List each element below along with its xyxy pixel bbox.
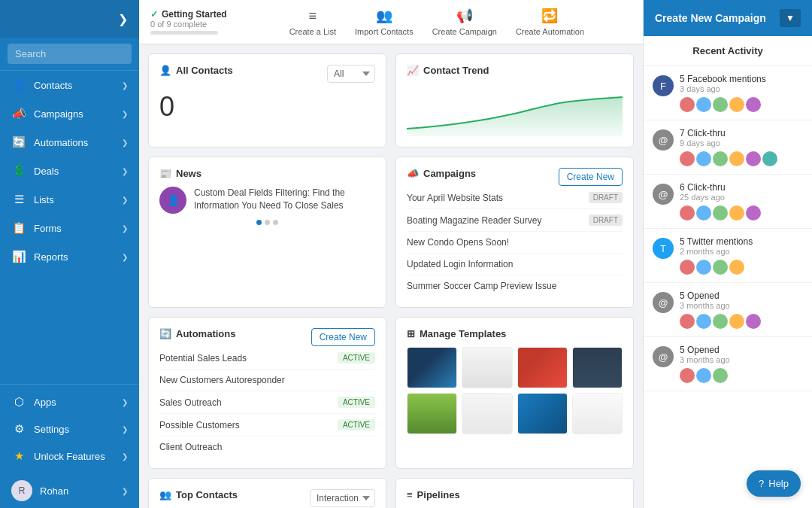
contact-trend-title: 📈 Contact Trend <box>407 65 623 76</box>
template-thumb-t3[interactable] <box>517 347 568 388</box>
top-bar-actions: ≡ Create a List 👥 Import Contacts 📢 Crea… <box>242 8 632 36</box>
automation-list-item[interactable]: Sales Outreach ACTIVE <box>159 391 375 414</box>
collapse-arrow-icon[interactable]: ❯ <box>118 12 128 26</box>
lists-chevron-icon: ❯ <box>122 196 128 204</box>
campaign-list-item[interactable]: Boating Magazine Reader Survey DRAFT <box>407 209 623 232</box>
sidebar-item-campaigns[interactable]: 📣 Campaigns ❯ <box>0 99 139 128</box>
activity-content: 5 Facebook mentions 3 days ago <box>680 74 803 112</box>
template-thumb-t6[interactable] <box>462 393 512 434</box>
news-dot[interactable] <box>273 220 278 225</box>
template-thumb-t4[interactable] <box>572 347 623 388</box>
activity-content: 5 Opened 3 months ago <box>680 345 803 383</box>
template-thumb-t7[interactable] <box>517 393 568 434</box>
sidebar-label-unlock: Unlock Features <box>34 451 105 462</box>
apps-chevron-icon: ❯ <box>122 398 128 406</box>
top-contacts-icon: 👥 <box>159 489 171 500</box>
active-badge: ACTIVE <box>338 397 375 408</box>
help-button[interactable]: ? Help <box>747 470 801 497</box>
activity-avatar <box>729 151 744 166</box>
activity-avatar <box>713 151 728 166</box>
sidebar-item-deals[interactable]: 💲 Deals ❯ <box>0 157 139 185</box>
template-grid <box>407 347 623 434</box>
contacts-count: 0 <box>159 91 375 123</box>
activity-avatars <box>680 368 803 383</box>
activity-item: @ 6 Click-thru 25 days ago <box>644 175 812 229</box>
contacts-filter-select[interactable]: AllTodayWeekMonth <box>327 65 375 83</box>
template-thumb-t2[interactable] <box>462 347 512 388</box>
campaign-list-item[interactable]: Your April Website Stats DRAFT <box>407 187 623 209</box>
activity-avatars <box>680 205 803 221</box>
trend-chart <box>407 84 623 136</box>
sidebar-search-container <box>0 38 139 71</box>
template-thumb-t1[interactable] <box>407 347 457 388</box>
sidebar-label-forms: Forms <box>34 223 62 234</box>
create-new-campaign-button[interactable]: Create New Campaign ▼ <box>644 0 812 36</box>
activity-avatar <box>680 368 695 383</box>
sidebar-item-reports[interactable]: 📊 Reports ❯ <box>0 242 139 271</box>
activity-avatars <box>680 260 803 275</box>
recent-activity-title: Recent Activity <box>644 36 812 66</box>
sidebar-item-settings[interactable]: ⚙ Settings ❯ <box>0 415 139 443</box>
topbar-action-import-contacts[interactable]: 👥 Import Contacts <box>355 8 414 36</box>
activity-time: 3 months ago <box>680 355 803 364</box>
activity-title: 7 Click-thru <box>680 128 803 138</box>
automations-create-btn[interactable]: Create New <box>311 328 375 346</box>
sidebar-item-lists[interactable]: ☰ Lists ❯ <box>0 185 139 214</box>
pipelines-card: ≡ Pipelines <box>395 478 634 508</box>
dropdown-arrow-icon[interactable]: ▼ <box>780 9 801 27</box>
news-dot[interactable] <box>265 220 270 225</box>
activity-avatar <box>729 97 744 112</box>
activity-avatar <box>696 205 711 221</box>
automation-name: Possible Customers <box>159 420 240 430</box>
activity-avatar <box>713 97 728 112</box>
campaign-list-item[interactable]: New Condo Opens Soon! <box>407 232 623 254</box>
activity-item: @ 7 Click-thru 9 days ago <box>644 120 812 175</box>
sidebar-label-automations: Automations <box>34 137 88 148</box>
activity-avatar <box>696 368 711 383</box>
getting-started-title: ✓ Getting Started <box>150 9 227 20</box>
sidebar-item-contacts[interactable]: 👤 Contacts ❯ <box>0 71 139 99</box>
check-icon: ✓ <box>150 9 158 20</box>
activity-platform-icon: @ <box>653 129 674 151</box>
sidebar-label-deals: Deals <box>34 166 59 177</box>
news-item: 👤 Custom Deal Fields Filtering: Find the… <box>159 187 375 214</box>
topbar-action-create-automation[interactable]: 🔁 Create Automation <box>516 8 584 36</box>
template-thumb-t8[interactable] <box>572 393 623 434</box>
campaigns-card-title: 📣 Campaigns <box>407 168 476 179</box>
sidebar-label-campaigns: Campaigns <box>34 108 83 120</box>
all-contacts-card: 👤 All Contacts AllTodayWeekMonth 0 <box>148 53 386 148</box>
campaign-list-item[interactable]: Updated Login Information <box>407 254 623 275</box>
automation-name: Client Outreach <box>159 442 222 452</box>
campaign-name: Updated Login Information <box>407 259 513 269</box>
activity-avatar <box>729 205 744 221</box>
top-contacts-filter[interactable]: Interaction <box>310 489 375 507</box>
template-thumb-t5[interactable] <box>407 393 457 434</box>
sidebar-label-settings: Settings <box>34 424 69 435</box>
automation-list-item[interactable]: Potential Sales Leads ACTIVE <box>159 347 375 370</box>
news-icon: 📰 <box>159 168 171 179</box>
sidebar-item-user[interactable]: R Rohan ❯ <box>0 473 139 508</box>
pipelines-icon: ≡ <box>407 489 413 500</box>
automation-list-item[interactable]: Possible Customers ACTIVE <box>159 414 375 437</box>
all-contacts-title: 👤 All Contacts <box>159 65 233 76</box>
automation-list-item[interactable]: New Customers Autoresponder <box>159 370 375 391</box>
campaign-list-item[interactable]: Summer Soccer Camp Preview Issue <box>407 275 623 297</box>
topbar-action-create-campaign[interactable]: 📢 Create Campaign <box>432 8 497 36</box>
sidebar-item-forms[interactable]: 📋 Forms ❯ <box>0 214 139 242</box>
automation-name: Potential Sales Leads <box>159 353 247 364</box>
sidebar-item-apps[interactable]: ⬡ Apps ❯ <box>0 388 139 415</box>
sidebar-item-automations[interactable]: 🔄 Automations ❯ <box>0 128 139 157</box>
news-dot[interactable] <box>256 220 262 225</box>
search-input[interactable] <box>8 44 132 64</box>
automation-list-item[interactable]: Client Outreach <box>159 437 375 458</box>
topbar-action-create-list[interactable]: ≡ Create a List <box>289 8 336 36</box>
news-text: Custom Deal Fields Filtering: Find the I… <box>194 187 375 212</box>
activity-avatar <box>680 260 695 275</box>
sidebar-item-unlock[interactable]: ★ Unlock Features ❯ <box>0 443 139 470</box>
unlock-chevron-icon: ❯ <box>122 452 128 461</box>
news-card: 📰 News 👤 Custom Deal Fields Filtering: F… <box>148 157 386 308</box>
activity-time: 9 days ago <box>680 138 803 148</box>
templates-icon: ⊞ <box>407 328 415 339</box>
activity-content: 5 Twitter mentions 2 months ago <box>680 236 803 275</box>
campaigns-create-btn[interactable]: Create New <box>559 168 623 186</box>
